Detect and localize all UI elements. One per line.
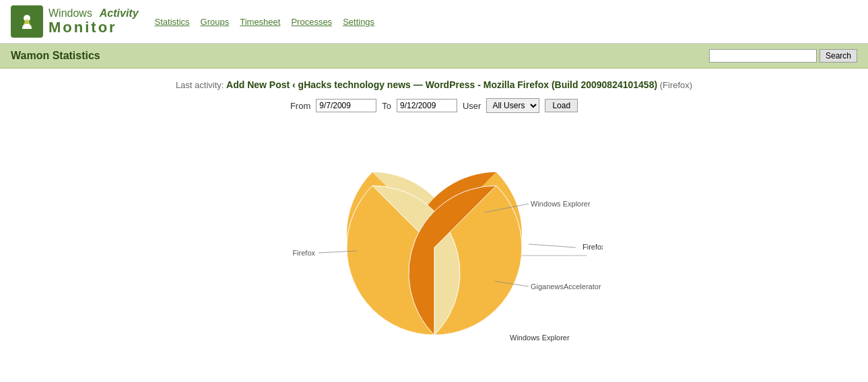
app-header: Windows Activity Monitor Statistics Grou… bbox=[0, 0, 868, 44]
from-label: From bbox=[290, 101, 310, 111]
last-activity-bar: Last activity: Add New Post ‹ gHacks tec… bbox=[11, 79, 857, 90]
nav-groups[interactable]: Groups bbox=[201, 17, 230, 27]
to-date-input[interactable] bbox=[397, 99, 457, 112]
logo-windows: Windows bbox=[48, 7, 92, 19]
logo-activity: Activity bbox=[100, 7, 139, 19]
winexplorer-chart-label: Windows Explorer bbox=[531, 200, 591, 208]
logo-monitor: Monitor bbox=[48, 20, 139, 36]
pie-chart-container: Firefox Windows Explorer GiganewsAcceler… bbox=[11, 140, 857, 355]
last-activity-text: Add New Post ‹ gHacks technology news — … bbox=[226, 79, 657, 90]
nav-timesheet[interactable]: Timesheet bbox=[240, 17, 280, 27]
logo-area: Windows Activity Monitor bbox=[11, 5, 139, 38]
nav-statistics[interactable]: Statistics bbox=[155, 17, 190, 27]
title-bar: Wamon Statistics Search bbox=[0, 44, 868, 69]
main-content: Last activity: Add New Post ‹ gHacks tec… bbox=[0, 69, 868, 379]
load-button[interactable]: Load bbox=[545, 99, 578, 112]
nav-settings[interactable]: Settings bbox=[343, 17, 374, 27]
firefox-chart-label: Firefox bbox=[292, 249, 315, 257]
user-label: User bbox=[463, 101, 481, 111]
last-activity-tag: (Firefox) bbox=[660, 80, 692, 90]
search-button[interactable]: Search bbox=[820, 49, 857, 63]
page-title: Wamon Statistics bbox=[11, 50, 100, 62]
main-nav: Statistics Groups Timesheet Processes Se… bbox=[155, 17, 375, 27]
search-input[interactable] bbox=[709, 49, 817, 63]
nav-processes[interactable]: Processes bbox=[291, 17, 332, 27]
pie-chart-svg: Firefox Windows Explorer GiganewsAcceler… bbox=[246, 140, 623, 355]
search-area: Search bbox=[709, 49, 857, 63]
filter-row: From To User All Users Load bbox=[11, 98, 857, 113]
logo-icon bbox=[11, 5, 43, 38]
last-activity-prefix: Last activity: bbox=[176, 80, 224, 90]
from-date-input[interactable] bbox=[316, 99, 376, 112]
user-select[interactable]: All Users bbox=[486, 98, 539, 113]
footer: © 2009 Archae s.r.o. bbox=[0, 379, 868, 382]
logo-text: Windows Activity Monitor bbox=[48, 7, 139, 36]
giganews-chart-label: GiganewsAccelerator bbox=[531, 282, 601, 291]
to-label: To bbox=[382, 101, 391, 111]
